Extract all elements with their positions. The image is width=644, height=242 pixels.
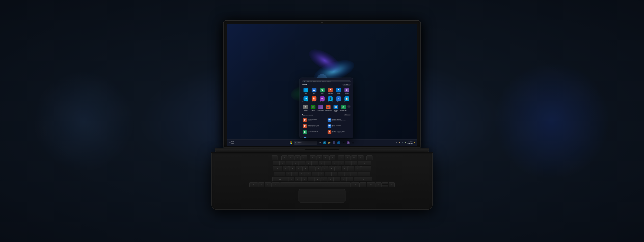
systray-chevron[interactable]: ^ <box>392 141 395 144</box>
key-quote[interactable]: ' <box>351 172 357 176</box>
key-5[interactable]: 5 <box>306 161 312 166</box>
key-menu[interactable]: ☰ <box>360 182 366 187</box>
rec-item-business-overview[interactable]: PBusiness OverviewAll Hands <box>302 117 326 123</box>
more-apps-button[interactable]: ••• <box>347 105 351 108</box>
taskbar-outlook-icon[interactable]: O <box>337 141 341 145</box>
app-item-onenote[interactable]: NOneNote <box>318 96 326 103</box>
key-minus[interactable]: - <box>345 161 351 166</box>
start-menu-user[interactable]: 👤 Jack Purton ⏻ <box>302 136 351 138</box>
app-item-snipping[interactable]: ✂Snipping Tool <box>317 104 324 112</box>
key-up[interactable]: ↑ <box>382 182 388 185</box>
rec-item-expense-worksheet[interactable]: XExpense Worksheet4h ago <box>302 130 326 135</box>
power-button[interactable]: ⏻ <box>346 137 349 138</box>
rec-item-contoso-proposal[interactable]: WContoso ProposalMultiple people edited … <box>327 117 351 123</box>
key-k[interactable]: K <box>332 172 338 176</box>
key-f10[interactable]: F10 <box>345 156 351 160</box>
key-8[interactable]: 8 <box>325 161 331 166</box>
start-menu-search[interactable]: 🔍 Search for apps, settings, and documen… <box>302 80 351 82</box>
key-l[interactable]: L <box>338 172 344 176</box>
key-semicolon[interactable]: ; <box>344 172 350 176</box>
app-item-winapp[interactable]: ⊞Windows App <box>340 104 347 112</box>
systray-volume[interactable]: 🔊 <box>401 141 404 144</box>
key-rshift[interactable]: Shift <box>354 177 372 182</box>
key-f3[interactable]: F3 <box>294 156 300 160</box>
key-esc[interactable]: Esc <box>272 156 278 160</box>
key-alt-r[interactable]: Alt <box>351 182 360 187</box>
key-f6[interactable]: F6 <box>316 156 322 160</box>
key-m[interactable]: M <box>328 177 334 182</box>
key-e[interactable]: E <box>296 166 302 171</box>
key-g[interactable]: G <box>312 172 318 176</box>
key-d[interactable]: D <box>299 172 305 176</box>
key-q[interactable]: Q <box>283 166 289 171</box>
key-h[interactable]: H <box>318 172 324 176</box>
key-f4[interactable]: F4 <box>301 156 307 160</box>
rec-item-marketing-status[interactable]: PMarketing Status DeckMarketing Weekly ·… <box>302 123 326 129</box>
key-r[interactable]: R <box>302 166 308 171</box>
key-i[interactable]: I <box>328 166 334 171</box>
key-slash[interactable]: / <box>347 177 353 182</box>
key-space[interactable] <box>280 182 351 187</box>
key-down[interactable]: ↓ <box>382 185 388 187</box>
more-button[interactable]: More › <box>344 114 351 116</box>
taskbar-edge-icon[interactable]: e <box>323 141 327 145</box>
key-c[interactable]: C <box>301 177 308 182</box>
app-item-excel[interactable]: XExcel <box>318 87 326 95</box>
key-f2[interactable]: F2 <box>288 156 294 160</box>
key-rbracket[interactable]: ] <box>355 166 361 171</box>
key-backspace[interactable]: ⌫ <box>358 161 371 166</box>
taskbar-snipping-icon[interactable]: ✂ <box>346 141 350 145</box>
key-4[interactable]: 4 <box>299 161 305 166</box>
key-a[interactable]: A <box>286 172 292 176</box>
key-o[interactable]: O <box>335 166 341 171</box>
key-3[interactable]: 3 <box>292 161 298 166</box>
key-backtick[interactable]: ` <box>273 161 279 166</box>
key-b[interactable]: B <box>314 177 320 182</box>
all-apps-button[interactable]: All apps › <box>342 84 350 86</box>
key-s[interactable]: S <box>292 172 298 176</box>
taskbar-store-icon[interactable]: 🛍 <box>342 141 346 145</box>
clock-display[interactable]: 2:30 PM 9/24/2024 <box>407 141 412 144</box>
key-f11[interactable]: F11 <box>351 156 357 160</box>
key-p[interactable]: P <box>342 166 348 171</box>
app-item-photos[interactable]: 🖼Photos <box>310 96 318 103</box>
app-item-outlook[interactable]: OOutlook <box>334 87 342 95</box>
taskbar-explorer-icon[interactable]: 📁 <box>327 141 332 145</box>
app-item-whiteboard[interactable]: 📋Whiteboard <box>343 96 351 103</box>
key-0[interactable]: 0 <box>338 161 344 166</box>
key-comma[interactable]: , <box>334 177 340 182</box>
key-enter[interactable]: Enter <box>358 172 370 176</box>
app-item-todo[interactable]: ✓To Do <box>334 96 342 103</box>
key-f8[interactable]: F8 <box>330 156 336 160</box>
key-ctrl-l[interactable]: Ctrl <box>250 182 258 187</box>
key-equal[interactable]: = <box>351 161 358 166</box>
key-right[interactable]: → <box>388 182 394 187</box>
rec-item-brand-guidelines[interactable]: WBrand Guidelines2h ago <box>327 123 351 129</box>
key-v[interactable]: V <box>308 177 314 182</box>
key-f9[interactable]: F9 <box>338 156 344 160</box>
key-capslock[interactable]: Caps <box>274 172 285 176</box>
taskbar-photos-icon[interactable]: 🖼 <box>351 141 355 145</box>
key-6[interactable]: 6 <box>312 161 318 166</box>
key-lshift[interactable]: Shift <box>272 177 288 182</box>
key-tab[interactable]: Tab <box>273 166 282 171</box>
app-item-powerpoint[interactable]: PPowerPoint <box>326 87 334 95</box>
app-item-word[interactable]: WWord <box>310 87 318 95</box>
key-n[interactable]: N <box>321 177 327 182</box>
systray-battery[interactable]: 🔋 <box>404 141 407 144</box>
systray-wifi[interactable]: 📶 <box>398 141 401 144</box>
key-x[interactable]: X <box>295 177 301 182</box>
app-item-contoso[interactable]: CContoso <box>343 87 351 95</box>
app-item-portal[interactable]: 🏢Company Portal <box>332 104 340 112</box>
rec-item-contoso-profile[interactable]: PContoso Company ProfileYesterday at 10:… <box>327 130 351 135</box>
app-item-settings[interactable]: ⚙Settings <box>302 104 309 112</box>
key-y[interactable]: Y <box>316 166 322 171</box>
key-j[interactable]: J <box>325 172 331 176</box>
key-2[interactable]: 2 <box>286 161 292 166</box>
app-item-entertainment[interactable]: 🎬Entertainment <box>324 104 332 112</box>
app-item-phonelink[interactable]: 📱Phone Link <box>326 96 334 103</box>
app-item-store[interactable]: 🛍Microsoft Store <box>302 96 310 103</box>
key-7[interactable]: 7 <box>319 161 325 166</box>
key-u[interactable]: U <box>322 166 328 171</box>
key-f5[interactable]: F5 <box>310 156 316 160</box>
